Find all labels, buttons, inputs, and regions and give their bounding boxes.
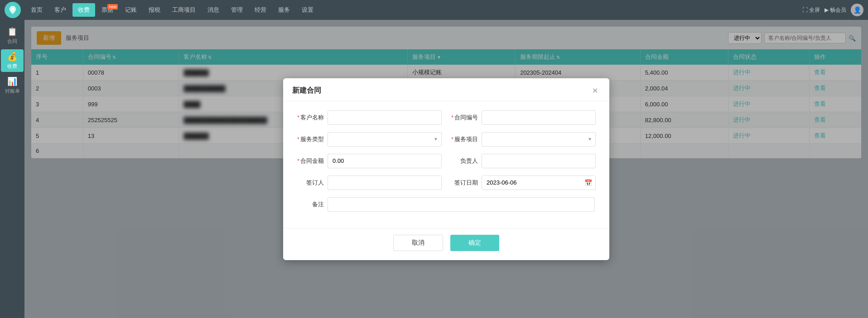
- nav-item-tax[interactable]: 报税: [143, 3, 166, 17]
- modal-body: *客户名称 *合同编号: [283, 101, 609, 228]
- contract-icon: 📋: [7, 27, 17, 37]
- app-logo: [5, 2, 21, 18]
- required-star-3: *: [297, 136, 299, 142]
- sidebar-item-contract-label: 合同: [7, 38, 17, 45]
- billing-icon: 💰: [7, 52, 17, 62]
- new-contract-modal: 新建合同 ✕ *客户名称 *合同编号: [283, 78, 609, 260]
- nav-item-business[interactable]: 工商项目: [167, 3, 201, 17]
- main-layout: 📋 合同 💰 收费 📊 对账单 新增 服务项目 进行中 已完成 已取消: [0, 20, 868, 318]
- modal-title: 新建合同: [292, 86, 321, 95]
- fullscreen-button[interactable]: ⛶ 全屏: [802, 6, 820, 14]
- form-group-responsible-person: 负责人: [451, 154, 596, 168]
- nav-item-home[interactable]: 首页: [25, 3, 48, 17]
- sidebar-item-reconcile[interactable]: 📊 对账单: [1, 74, 24, 97]
- sign-date-wrapper: 📅: [482, 176, 596, 190]
- form-group-signer: 签订人: [297, 176, 442, 190]
- required-star: *: [297, 114, 299, 121]
- nav-item-invoice[interactable]: 票据 new: [96, 3, 119, 17]
- form-row-3: *合同金额 负责人: [297, 154, 596, 168]
- service-type-label: *服务类型: [297, 135, 324, 143]
- svg-point-0: [11, 8, 14, 10]
- form-row-5: 备注: [297, 197, 596, 212]
- modal-close-button[interactable]: ✕: [589, 85, 600, 96]
- nav-item-settings[interactable]: 设置: [296, 3, 319, 17]
- sidebar-item-reconcile-label: 对账单: [5, 88, 20, 95]
- nav-item-billing[interactable]: 收费: [72, 3, 95, 17]
- nav-item-customer[interactable]: 客户: [49, 3, 72, 17]
- confirm-button[interactable]: 确定: [450, 235, 499, 251]
- service-type-wrapper: ▼: [328, 132, 442, 147]
- content-area: 新增 服务项目 进行中 已完成 已取消 🔍 序号: [24, 20, 868, 318]
- contract-no-input[interactable]: [482, 110, 596, 125]
- form-group-contract-no: *合同编号: [451, 110, 596, 125]
- responsible-person-input[interactable]: [482, 154, 596, 168]
- sidebar: 📋 合同 💰 收费 📊 对账单: [0, 20, 24, 318]
- service-type-select[interactable]: [328, 132, 442, 147]
- new-badge: new: [107, 4, 118, 9]
- member-button[interactable]: ▶ 畅会员: [825, 6, 846, 14]
- form-group-service-type: *服务类型 ▼: [297, 132, 442, 147]
- form-row-4: 签订人 签订日期 📅: [297, 176, 596, 190]
- modal-footer: 取消 确定: [283, 228, 609, 260]
- top-navigation: 首页 客户 收费 票据 new 记账 报税 工商项目 消息 管理 经营 服务 设…: [0, 0, 868, 20]
- nav-item-message[interactable]: 消息: [202, 3, 225, 17]
- sidebar-item-billing-label: 收费: [7, 63, 17, 70]
- form-row-1: *客户名称 *合同编号: [297, 110, 596, 125]
- form-group-customer-name: *客户名称: [297, 110, 442, 125]
- nav-item-records[interactable]: 记账: [120, 3, 142, 17]
- service-item-select[interactable]: [482, 132, 596, 147]
- nav-right: ⛶ 全屏 ▶ 畅会员 👤: [802, 4, 863, 16]
- service-item-label: *服务项目: [451, 135, 478, 143]
- reconcile-icon: 📊: [7, 76, 17, 86]
- contract-amount-input[interactable]: [328, 154, 442, 168]
- signer-input[interactable]: [328, 176, 442, 190]
- sidebar-item-contract[interactable]: 📋 合同: [1, 24, 24, 47]
- signer-label: 签订人: [297, 179, 324, 187]
- sign-date-label: 签订日期: [451, 179, 478, 187]
- cancel-button[interactable]: 取消: [393, 235, 443, 251]
- modal-overlay: 新建合同 ✕ *客户名称 *合同编号: [24, 20, 868, 318]
- required-star-4: *: [451, 136, 453, 142]
- nav-item-service[interactable]: 服务: [273, 3, 295, 17]
- required-star-2: *: [451, 114, 453, 121]
- sign-date-input[interactable]: [482, 176, 596, 190]
- contract-amount-label: *合同金额: [297, 157, 324, 165]
- remark-input[interactable]: [328, 197, 595, 212]
- user-avatar[interactable]: 👤: [851, 4, 863, 16]
- form-group-remark: 备注: [297, 197, 596, 212]
- modal-header: 新建合同 ✕: [283, 78, 609, 101]
- form-group-service-item: *服务项目 ▼: [451, 132, 596, 147]
- nav-item-operation[interactable]: 经营: [249, 3, 272, 17]
- nav-item-manage[interactable]: 管理: [226, 3, 248, 17]
- sidebar-item-billing[interactable]: 💰 收费: [1, 49, 24, 72]
- customer-name-label: *客户名称: [297, 114, 324, 122]
- service-item-wrapper: ▼: [482, 132, 596, 147]
- form-group-sign-date: 签订日期 📅: [451, 176, 596, 190]
- nav-menu: 首页 客户 收费 票据 new 记账 报税 工商项目 消息 管理 经营 服务 设…: [25, 3, 802, 17]
- required-star-5: *: [297, 157, 299, 164]
- responsible-person-label: 负责人: [451, 157, 478, 165]
- contract-no-label: *合同编号: [451, 114, 478, 122]
- form-group-contract-amount: *合同金额: [297, 154, 442, 168]
- form-row-2: *服务类型 ▼ *服务项目: [297, 132, 596, 147]
- customer-name-input[interactable]: [328, 110, 442, 125]
- remark-label: 备注: [297, 200, 324, 209]
